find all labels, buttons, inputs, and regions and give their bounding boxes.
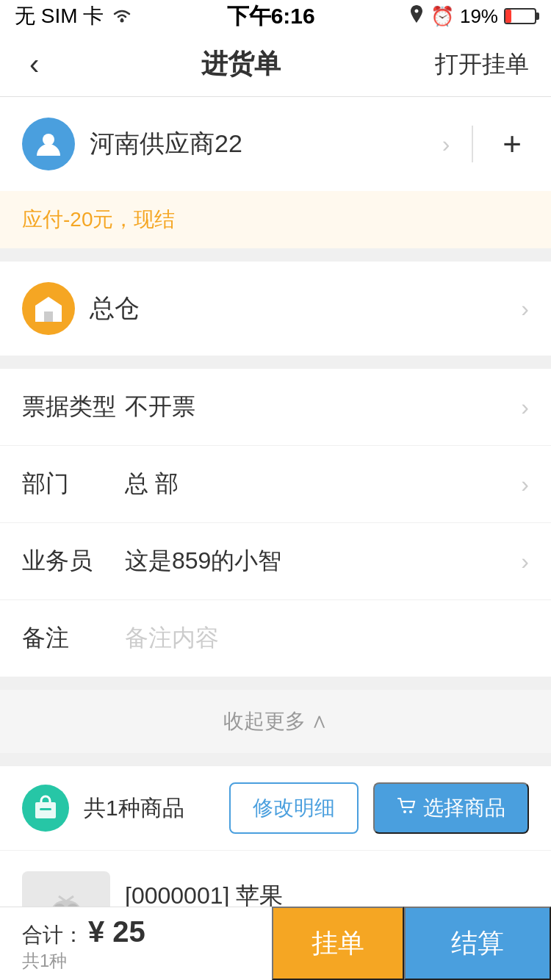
select-product-label: 选择商品 [423,794,505,822]
form-row-remark[interactable]: 备注 备注内容 [0,600,551,677]
warehouse-icon [22,282,75,335]
warehouse-row[interactable]: 总仓 › [0,262,551,356]
form-row-ticket[interactable]: 票据类型 不开票 › [0,369,551,446]
add-supplier-button[interactable]: + [495,126,529,162]
wifi-icon [111,4,133,28]
time-label: 下午6:16 [227,1,315,32]
page-title: 进货单 [201,46,281,82]
form-section: 票据类型 不开票 › 部门 总 部 › 业务员 这是859的小智 › 备注 备注… [0,369,551,677]
select-product-button[interactable]: 选择商品 [373,782,529,834]
svg-point-6 [409,810,412,813]
svg-rect-2 [44,311,53,322]
dept-chevron-icon: › [521,471,529,498]
carrier-label: 无 SIM 卡 [15,2,104,30]
products-header: 共1种商品 修改明细 选择商品 [0,766,551,851]
open-hang-button[interactable]: 打开挂单 [435,48,529,81]
products-count: 共1种商品 [84,793,215,824]
collapse-button[interactable]: 收起更多 ∧ [0,690,551,753]
ticket-value: 不开票 [125,391,521,423]
total-amount: ¥ 25 [88,915,145,948]
status-left: 无 SIM 卡 [15,2,133,30]
cart-icon [397,796,417,820]
supplier-row[interactable]: 河南供应商22 › + [0,97,551,191]
warehouse-section: 总仓 › [0,262,551,356]
edit-detail-button[interactable]: 修改明细 [229,782,359,834]
svg-point-5 [403,810,406,813]
footer: 合计： ¥ 25 共1种 挂单 结算 [0,907,551,980]
supplier-right: › + [442,126,529,162]
footer-total: 合计： ¥ 25 共1种 [0,907,272,980]
supplier-section: 河南供应商22 › + 应付-20元，现结 [0,97,551,248]
salesman-value: 这是859的小智 [125,545,521,577]
hang-button[interactable]: 挂单 [272,907,404,980]
battery-label: 19% [460,5,498,28]
products-icon [22,785,69,832]
divider [472,126,473,162]
status-right: ⏰ 19% [408,4,536,29]
salesman-label: 业务员 [22,545,125,577]
supplier-name: 河南供应商22 [90,127,442,161]
dept-value: 总 部 [125,468,521,500]
remark-label: 备注 [22,622,125,655]
svg-point-1 [43,134,54,145]
ticket-label: 票据类型 [22,391,125,423]
svg-rect-4 [40,808,51,810]
total-label: 合计： [22,921,84,949]
location-icon [408,4,425,29]
form-row-salesman[interactable]: 业务员 这是859的小智 › [0,523,551,600]
alarm-icon: ⏰ [431,5,454,28]
dept-label: 部门 [22,468,125,500]
nav-bar: ‹ 进货单 打开挂单 [0,32,551,97]
form-row-dept[interactable]: 部门 总 部 › [0,446,551,523]
checkout-button[interactable]: 结算 [404,907,551,980]
supplier-avatar [22,118,75,170]
status-bar: 无 SIM 卡 下午6:16 ⏰ 19% [0,0,551,32]
svg-point-0 [120,19,124,23]
battery-icon [504,8,536,24]
warehouse-chevron-icon: › [521,295,529,323]
content: 河南供应商22 › + 应付-20元，现结 总仓 › 票据类型 不开票 [0,97,551,980]
supplier-chevron-icon: › [442,131,450,158]
warehouse-name: 总仓 [90,292,521,325]
back-button[interactable]: ‹ [22,40,46,88]
salesman-chevron-icon: › [521,548,529,575]
ticket-chevron-icon: › [521,394,529,421]
remark-input[interactable]: 备注内容 [125,622,529,655]
total-sub: 共1种 [22,949,250,973]
warning-banner: 应付-20元，现结 [0,191,551,248]
